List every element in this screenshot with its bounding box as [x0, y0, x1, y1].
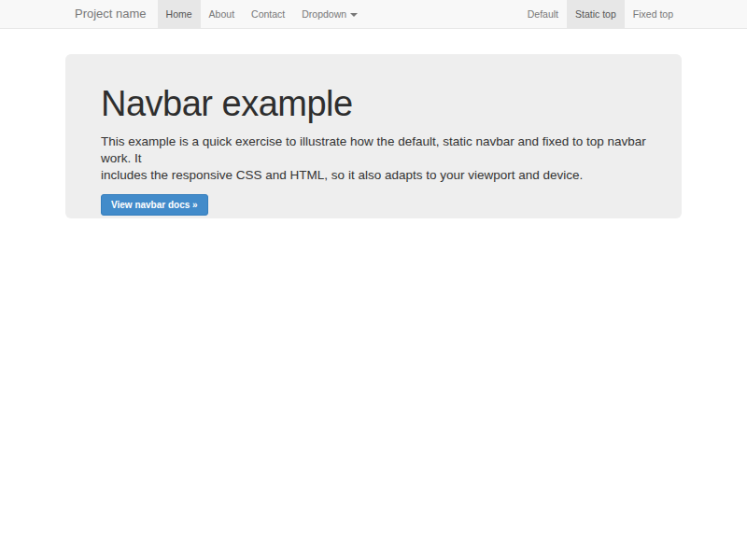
navbar-brand[interactable]: Project name: [65, 0, 156, 28]
navbar-right-nav: Default Static top Fixed top: [519, 0, 682, 28]
top-navbar: Project name Home About Contact Dropdown…: [0, 0, 747, 29]
jumbotron-description: This example is a quick exercise to illu…: [101, 133, 646, 184]
nav-item-about: About: [201, 0, 243, 28]
nav-link-static-top[interactable]: Static top: [567, 0, 625, 28]
nav-item-dropdown: Dropdown: [293, 0, 366, 28]
nav-link-home[interactable]: Home: [158, 0, 201, 28]
nav-item-fixed-top: Fixed top: [625, 0, 682, 28]
nav-item-contact: Contact: [243, 0, 293, 28]
description-line-1: This example is a quick exercise to illu…: [101, 133, 646, 167]
nav-link-default[interactable]: Default: [519, 0, 567, 28]
nav-item-static-top: Static top: [567, 0, 625, 28]
jumbotron: Navbar example This example is a quick e…: [65, 54, 682, 218]
description-line-2: includes the responsive CSS and HTML, so…: [101, 167, 646, 184]
view-navbar-docs-button[interactable]: View navbar docs »: [101, 194, 208, 216]
caret-down-icon: [350, 13, 358, 17]
page-title: Navbar example: [101, 84, 646, 124]
navbar-left-nav: Home About Contact Dropdown: [158, 0, 367, 28]
nav-dropdown-label: Dropdown: [302, 8, 346, 20]
nav-link-contact[interactable]: Contact: [243, 0, 293, 28]
nav-link-about[interactable]: About: [201, 0, 243, 28]
nav-link-fixed-top[interactable]: Fixed top: [625, 0, 682, 28]
main-content: Navbar example This example is a quick e…: [0, 54, 747, 218]
nav-link-dropdown[interactable]: Dropdown: [293, 0, 366, 28]
nav-item-home: Home: [158, 0, 201, 28]
navbar-container: Project name Home About Contact Dropdown…: [65, 0, 682, 28]
nav-item-default: Default: [519, 0, 567, 28]
